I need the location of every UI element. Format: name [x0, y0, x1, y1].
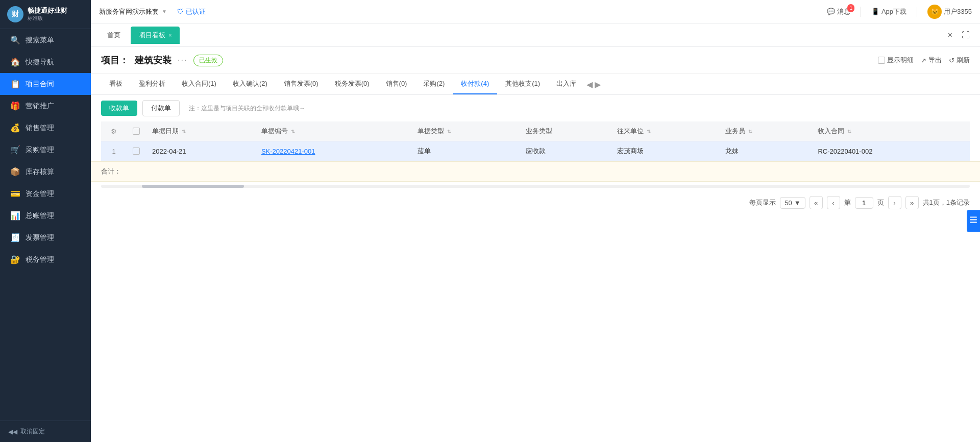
col-type: 单据类型 ⇅ [411, 121, 520, 141]
content-area: 项目： 建筑安装 ··· 已生效 显示明细 ↗ 导出 ↺ 刷新 [91, 47, 980, 442]
shield-icon: 🛡 [177, 8, 184, 15]
table-row[interactable]: 1 2022-04-21 SK-20220421-001 蓝单 应收款 宏茂商 [101, 141, 970, 161]
tabbar: 首页 项目看板 × × ⛶ [91, 23, 980, 47]
col-gear[interactable]: ⚙ [101, 121, 127, 141]
sidebar-item-ledger[interactable]: 📊 总账管理 [0, 205, 91, 227]
subnav-sales[interactable]: 销售(0) [378, 74, 415, 94]
col-salesperson: 业务员 ⇅ [719, 121, 812, 141]
next-page-button[interactable]: › [888, 196, 901, 209]
sidebar-item-marketing[interactable]: 🎁 营销推广 [0, 95, 91, 117]
subnav-inout[interactable]: 出入库 [548, 74, 584, 94]
sidebar-unpin-button[interactable]: ◀◀ 取消固定 [0, 421, 91, 442]
sidebar-item-label: 税务管理 [26, 255, 54, 264]
sidebar-item-label: 项目合同 [26, 80, 54, 89]
last-page-icon: » [910, 199, 914, 207]
sidebar-item-inventory[interactable]: 📦 库存核算 [0, 161, 91, 183]
subnav-sales-invoice[interactable]: 销售发票(0) [276, 74, 327, 94]
subnav-board[interactable]: 看板 [101, 74, 131, 94]
dropdown-arrow: ▼ [794, 199, 801, 207]
subnav-tax-invoice[interactable]: 税务发票(0) [327, 74, 378, 94]
tab-project-board[interactable]: 项目看板 × [131, 27, 180, 44]
svg-rect-0 [970, 217, 977, 218]
receipt-btn[interactable]: 收款单 [101, 101, 137, 116]
detail-checkbox[interactable] [878, 57, 885, 64]
export-button[interactable]: ↗ 导出 [921, 56, 942, 65]
sidebar-item-project[interactable]: 📋 项目合同 [0, 73, 91, 95]
tab-project-label: 项目看板 [139, 31, 165, 40]
project-label: 项目： [101, 54, 129, 66]
project-name: 建筑安装 [135, 54, 172, 66]
sidebar-item-funds[interactable]: 💳 资金管理 [0, 183, 91, 205]
first-page-button[interactable]: « [810, 196, 823, 209]
last-page-button[interactable]: » [905, 196, 919, 209]
col-select-all[interactable] [127, 121, 146, 141]
data-table: ⚙ 单据日期 ⇅ 单据编号 [101, 121, 970, 161]
tab-home[interactable]: 首页 [99, 27, 129, 44]
subnav-other-income[interactable]: 其他收支(1) [497, 74, 548, 94]
col-contract: 收入合同 ⇅ [812, 121, 970, 141]
page-number-input[interactable] [855, 197, 873, 209]
salesperson-sort-icon[interactable]: ⇅ [748, 129, 752, 134]
sidebar-item-label: 快捷导航 [26, 58, 54, 67]
partner-sort-icon[interactable]: ⇅ [647, 129, 651, 134]
subnav-next-icon[interactable]: ▶ [595, 80, 601, 89]
subnav-payment[interactable]: 收付款(4) [453, 74, 497, 94]
gift-icon: 🎁 [10, 101, 20, 111]
refresh-button[interactable]: ↺ 刷新 [949, 56, 970, 65]
messages-button[interactable]: 💬 消息 1 [827, 7, 850, 16]
row-number[interactable]: SK-20220421-001 [255, 141, 411, 161]
project-more-button[interactable]: ··· [178, 56, 187, 65]
refresh-icon: ↺ [949, 57, 954, 64]
type-sort-icon[interactable]: ⇅ [447, 129, 451, 134]
horizontal-scrollbar[interactable] [91, 182, 980, 191]
sidebar-item-purchase[interactable]: 🛒 采购管理 [0, 139, 91, 161]
first-page-icon: « [814, 199, 818, 207]
phone-icon: 📱 [871, 8, 879, 15]
fullscreen-button[interactable]: ⛶ [960, 29, 972, 42]
float-action-button[interactable] [967, 210, 980, 232]
sidebar-item-label: 销售管理 [26, 124, 54, 133]
account-selector[interactable]: 新服务官网演示账套 ▼ [99, 7, 167, 16]
user-menu[interactable]: 🐱 用户3355 [927, 5, 972, 19]
sidebar-item-label: 资金管理 [26, 189, 54, 199]
sidebar-item-label: 采购管理 [26, 145, 54, 155]
sidebar-item-invoice[interactable]: 🧾 发票管理 [0, 227, 91, 249]
payment-btn[interactable]: 付款单 [142, 100, 180, 116]
pagination: 每页显示 50 ▼ « ‹ 第 页 › » 共1页，1条记录 [91, 191, 980, 214]
close-window-button[interactable]: × [946, 29, 954, 42]
sidebar-item-tax[interactable]: 🔐 税务管理 [0, 249, 91, 271]
sidebar-item-quicknav[interactable]: 🏠 快捷导航 [0, 51, 91, 73]
sidebar-item-search[interactable]: 🔍 搜索菜单 [0, 29, 91, 51]
show-detail-toggle[interactable]: 显示明细 [878, 56, 914, 65]
sidebar-scroll: 🔍 搜索菜单 🏠 快捷导航 📋 项目合同 🎁 营销推广 💰 销售管理 🛒 采购管… [0, 29, 91, 421]
subnav-purchase[interactable]: 采购(2) [415, 74, 453, 94]
subnav-prev-icon[interactable]: ◀ [586, 80, 593, 89]
tab-close-icon[interactable]: × [168, 32, 172, 38]
subnav-income-confirm[interactable]: 收入确认(2) [225, 74, 276, 94]
table-header-row: ⚙ 单据日期 ⇅ 单据编号 [101, 121, 970, 141]
inventory-icon: 📦 [10, 167, 20, 177]
sidebar-item-label: 搜索菜单 [26, 36, 54, 45]
row-check[interactable] [127, 141, 146, 161]
toolbar-note: 注：这里是与项目关联的全部收付款单哦～ [189, 104, 305, 113]
row-checkbox-1[interactable] [133, 148, 140, 155]
select-all-checkbox[interactable] [133, 128, 140, 135]
gear-icon[interactable]: ⚙ [111, 128, 117, 135]
scrollbar-thumb[interactable] [142, 185, 244, 188]
subnav-profit[interactable]: 盈利分析 [131, 74, 174, 94]
date-sort-icon[interactable]: ⇅ [182, 129, 186, 134]
svg-rect-1 [970, 219, 977, 220]
subnav-income-contract[interactable]: 收入合同(1) [174, 74, 225, 94]
number-sort-icon[interactable]: ⇅ [291, 129, 295, 134]
scrollbar-track[interactable] [101, 185, 970, 188]
app-download-button[interactable]: 📱 App下载 [871, 7, 906, 16]
page-size-select[interactable]: 50 ▼ [780, 197, 805, 209]
tax-icon: 🔐 [10, 255, 20, 264]
topbar: 新服务官网演示账套 ▼ 🛡 已认证 💬 消息 1 📱 App下载 🐱 用户335… [91, 0, 980, 23]
sidebar-item-label: 发票管理 [26, 233, 54, 242]
prev-page-button[interactable]: ‹ [827, 196, 840, 209]
contract-sort-icon[interactable]: ⇅ [847, 129, 851, 134]
invoice-icon: 🧾 [10, 233, 20, 242]
sidebar-item-sales[interactable]: 💰 销售管理 [0, 117, 91, 139]
main-area: 新服务官网演示账套 ▼ 🛡 已认证 💬 消息 1 📱 App下载 🐱 用户335… [91, 0, 980, 442]
